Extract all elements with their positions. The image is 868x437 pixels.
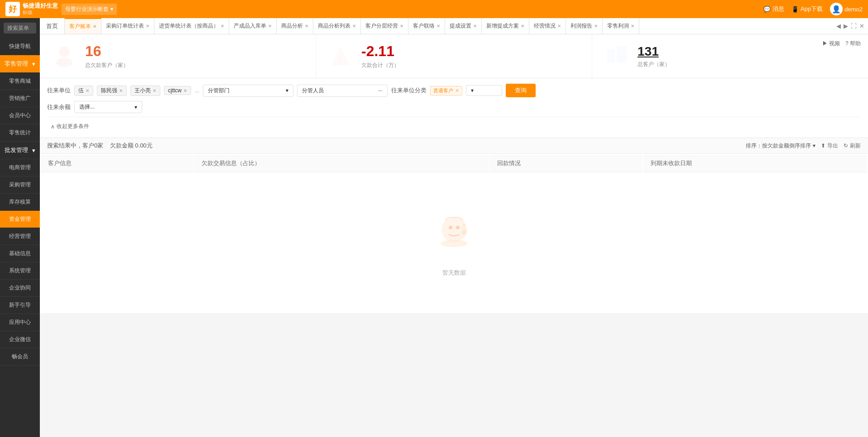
tab-customer-contact-close[interactable]: ✕ bbox=[436, 24, 440, 28]
app-download-button[interactable]: 📱 App下载 bbox=[791, 5, 823, 13]
tab-retail-profit[interactable]: 零售利润 ✕ bbox=[603, 18, 639, 34]
sidebar-item-newbie-guide[interactable]: 新手引导 bbox=[0, 297, 40, 314]
sidebar-item-system-mgmt[interactable]: 系统管理 bbox=[0, 262, 40, 280]
tab-new-commission-plan-close[interactable]: ✕ bbox=[521, 24, 524, 28]
tab-profit-report[interactable]: 利润报告 ✕ bbox=[566, 18, 603, 34]
sidebar-item-purchase-mgmt[interactable]: 采购管理 bbox=[0, 176, 40, 194]
sidebar-item-retail-mgmt[interactable]: 零售管理 ▾ bbox=[0, 55, 40, 73]
unit-type-select[interactable]: ▾ bbox=[466, 85, 502, 96]
sidebar-item-retail-stats[interactable]: 零售统计 bbox=[0, 124, 40, 142]
tab-commission-settings-label: 提成设置 bbox=[450, 22, 471, 30]
customer-type-remove[interactable]: ✕ bbox=[455, 88, 459, 94]
refresh-label: 刷新 bbox=[850, 142, 861, 150]
tab-product-analysis-close[interactable]: ✕ bbox=[305, 24, 308, 28]
tab-product-analysis-list[interactable]: 商品分析列表 ✕ bbox=[313, 18, 361, 34]
tab-commission-settings[interactable]: 提成设置 ✕ bbox=[445, 18, 482, 34]
messages-button[interactable]: 💬 消息 bbox=[763, 5, 784, 13]
collapse-area: ∧ 收起更多条件 bbox=[47, 117, 861, 132]
tab-next-icon[interactable]: ▶ bbox=[844, 23, 848, 29]
result-bar-right: 排序：按欠款金额倒序排序 ▾ ⬆ 导出 ↻ 刷新 bbox=[746, 142, 861, 150]
tab-inbound-stats-close[interactable]: ✕ bbox=[221, 24, 224, 28]
tab-inbound-stats[interactable]: 进货单统计表（按商品） ✕ bbox=[154, 18, 229, 34]
stat-customers-icon bbox=[51, 43, 78, 70]
video-help-button[interactable]: ▶ 视频 bbox=[822, 40, 840, 48]
sidebar: 快捷导航 零售管理 ▾ 零售商城 营销推广 会员中心 零售统计 批发管理 ▾ bbox=[0, 18, 40, 437]
svg-text:!: ! bbox=[339, 54, 341, 63]
tab-customer-segmentation-label: 客户分层经营 bbox=[365, 22, 398, 30]
user-avatar-button[interactable]: 👤 demo2 bbox=[830, 3, 863, 15]
tab-retail-profit-close[interactable]: ✕ bbox=[631, 24, 634, 28]
tab-product-analysis-list-label: 商品分析列表 bbox=[318, 22, 350, 30]
export-button[interactable]: ⬆ 导出 bbox=[821, 142, 838, 150]
sidebar-item-member-center[interactable]: 会员中心 bbox=[0, 107, 40, 124]
sidebar-item-enterprise-collab[interactable]: 企业协同 bbox=[0, 280, 40, 297]
person-select[interactable]: 分管人员 ··· bbox=[297, 85, 388, 97]
stat-total-clients-label: 总客户（家） bbox=[638, 61, 670, 68]
help-icon: ? bbox=[845, 40, 849, 47]
help-button[interactable]: ? 帮助 bbox=[845, 40, 861, 48]
tab-operations-label: 经营情况 bbox=[534, 22, 556, 30]
tab-commission-settings-close[interactable]: ✕ bbox=[473, 24, 477, 28]
sidebar-item-wholesale-mgmt[interactable]: 批发管理 ▾ bbox=[0, 142, 40, 159]
sidebar-item-finance[interactable]: 资金管理 bbox=[0, 211, 40, 228]
tab-operations-close[interactable]: ✕ bbox=[557, 24, 561, 28]
refresh-button[interactable]: ↻ 刷新 bbox=[844, 142, 861, 150]
sidebar-item-operations[interactable]: 经营管理 bbox=[0, 228, 40, 245]
tab-operations[interactable]: 经营情况 ✕ bbox=[529, 18, 566, 34]
filter-tag-chen-remove[interactable]: ✕ bbox=[119, 88, 123, 93]
sidebar-item-enterprise-wechat[interactable]: 企业微信 bbox=[0, 331, 40, 348]
sidebar-app-center-label: 应用中心 bbox=[9, 319, 31, 325]
collapse-button[interactable]: ∧ 收起更多条件 bbox=[47, 121, 861, 132]
tab-product-analysis[interactable]: 商品分析 ✕ bbox=[277, 18, 313, 34]
tab-production-inbound[interactable]: 产成品入库单 ✕ bbox=[229, 18, 277, 34]
tab-new-commission-plan[interactable]: 新增提成方案 ✕ bbox=[482, 18, 529, 34]
tab-product-analysis-list-close[interactable]: ✕ bbox=[352, 24, 356, 28]
home-tab-label: 首页 bbox=[46, 22, 58, 30]
svg-point-9 bbox=[461, 229, 467, 235]
query-button[interactable]: 查询 bbox=[506, 84, 536, 97]
tab-purchase-order-stats-close[interactable]: ✕ bbox=[146, 24, 149, 28]
tab-home[interactable]: 首页 bbox=[40, 18, 65, 34]
unit-type-label: 往来单位分类 bbox=[391, 86, 427, 95]
search-input[interactable] bbox=[4, 23, 36, 33]
filter-tag-chen-label: 陈民强 bbox=[101, 87, 117, 95]
stat-customers-value: 16 bbox=[85, 43, 129, 60]
sidebar-marketing-label: 营销推广 bbox=[9, 95, 31, 101]
tab-purchase-order-stats[interactable]: 采购订单统计表 ✕ bbox=[101, 18, 154, 34]
filter-tag-wang-remove[interactable]: ✕ bbox=[153, 88, 156, 93]
filter-tag-wu-remove[interactable]: ✕ bbox=[86, 88, 89, 93]
debt-amount-text: 欠款金额 0.00元 bbox=[110, 142, 153, 149]
tab-prev-icon[interactable]: ◀ bbox=[836, 23, 841, 29]
empty-state: 暂无数据 bbox=[40, 173, 868, 313]
filter-tag-wang-label: 王小亮 bbox=[134, 87, 151, 95]
tab-customer-ledger[interactable]: 客户账本 ✕ bbox=[65, 18, 101, 34]
app-download-label: App下载 bbox=[801, 5, 823, 13]
tab-maximize-icon[interactable]: ⛶ bbox=[851, 23, 857, 29]
company-selector[interactable]: 母婴行业演示帐套 ▾ bbox=[62, 4, 117, 15]
sidebar-enterprise-wechat-label: 企业微信 bbox=[9, 336, 31, 342]
sidebar-item-marketing[interactable]: 营销推广 bbox=[0, 90, 40, 107]
tab-customer-segmentation-close[interactable]: ✕ bbox=[400, 24, 403, 28]
empty-icon bbox=[432, 209, 477, 263]
customer-type-tag: 普通客户 ✕ bbox=[430, 86, 462, 95]
tab-close-all-icon[interactable]: ✕ bbox=[859, 23, 864, 29]
sidebar-item-ecommerce[interactable]: 电商管理 bbox=[0, 159, 40, 176]
tab-customer-ledger-close[interactable]: ✕ bbox=[93, 24, 96, 29]
tab-bar: 首页 客户账本 ✕ 采购订单统计表 ✕ 进货单统计表（按商品） ✕ bbox=[40, 18, 868, 34]
col-debt-info: 欠款交易信息（占比） bbox=[194, 155, 489, 172]
tab-production-inbound-close[interactable]: ✕ bbox=[268, 24, 272, 28]
sidebar-item-inventory[interactable]: 库存核算 bbox=[0, 194, 40, 211]
tab-profit-report-close[interactable]: ✕ bbox=[594, 24, 598, 28]
sidebar-item-quick-nav[interactable]: 快捷导航 bbox=[0, 38, 40, 55]
remaining-select[interactable]: 选择... ▾ bbox=[74, 101, 142, 113]
sidebar-item-retail-mall[interactable]: 零售商城 bbox=[0, 73, 40, 90]
more-tags-button[interactable]: ... bbox=[195, 87, 199, 94]
tab-customer-segmentation[interactable]: 客户分层经营 ✕ bbox=[361, 18, 408, 34]
dept-select[interactable]: 分管部门 ▾ bbox=[203, 85, 293, 97]
tab-customer-contact[interactable]: 客户联络 ✕ bbox=[408, 18, 445, 34]
sidebar-item-app-center[interactable]: 应用中心 bbox=[0, 314, 40, 331]
sidebar-item-changhui[interactable]: 畅会员 bbox=[0, 348, 40, 366]
sort-select[interactable]: 排序：按欠款金额倒序排序 ▾ bbox=[746, 142, 815, 150]
filter-tag-cjttcw-remove[interactable]: ✕ bbox=[183, 88, 187, 93]
sidebar-item-basic-info[interactable]: 基础信息 bbox=[0, 245, 40, 262]
